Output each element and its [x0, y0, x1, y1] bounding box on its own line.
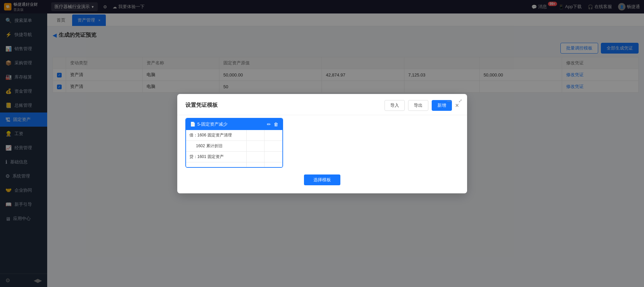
entry2-credit: [265, 141, 282, 151]
select-template-btn-area: 选择模板: [185, 174, 459, 185]
template-card-actions: ✏ 🗑: [267, 122, 278, 127]
entry4-debit: [247, 162, 265, 167]
template-entry-row: 1602 累计折旧: [186, 141, 282, 152]
entry1-debit: [247, 130, 265, 140]
template-card-body: 借：1606 固定资产清理 1602 累计折旧: [186, 130, 282, 167]
entry2-account: 1602 累计折旧: [186, 141, 247, 151]
edit-template-icon[interactable]: ✏: [267, 122, 271, 127]
template-title: 5-固定资产减少: [197, 121, 228, 127]
dialog: — ⤢ 设置凭证模板 导入 导出 新增 × 📄 5-固定资产减少: [177, 94, 467, 193]
entry1-account: 借：1606 固定资产清理: [186, 130, 247, 140]
entry1-credit: [265, 130, 282, 140]
template-entry-row: 借：1606 固定资产清理: [186, 130, 282, 141]
entry4-account: [186, 162, 247, 167]
dialog-title: 设置凭证模板: [185, 102, 218, 109]
entry4-credit: [265, 162, 282, 167]
template-doc-icon: 📄: [190, 122, 195, 127]
export-btn[interactable]: 导出: [408, 100, 428, 111]
template-entry-empty-row: [186, 162, 282, 167]
window-controls: — ⤢: [446, 97, 464, 105]
delete-template-icon[interactable]: 🗑: [274, 122, 278, 127]
maximize-btn[interactable]: ⤢: [456, 97, 464, 105]
minimize-btn[interactable]: —: [446, 97, 454, 105]
import-btn[interactable]: 导入: [385, 100, 405, 111]
dialog-body: 📄 5-固定资产减少 ✏ 🗑 借：1606 固定资产清理: [177, 115, 467, 193]
template-entry-row: 贷：1601 固定资产: [186, 152, 282, 162]
template-card: 📄 5-固定资产减少 ✏ 🗑 借：1606 固定资产清理: [185, 118, 283, 168]
dialog-overlay: — ⤢ 设置凭证模板 导入 导出 新增 × 📄 5-固定资产减少: [0, 0, 644, 287]
entry3-debit: [247, 152, 265, 162]
dialog-header: 设置凭证模板 导入 导出 新增 ×: [177, 94, 467, 115]
select-template-btn[interactable]: 选择模板: [304, 174, 340, 185]
entry3-account: 贷：1601 固定资产: [186, 152, 247, 162]
entry3-credit: [265, 152, 282, 162]
template-card-header: 📄 5-固定资产减少 ✏ 🗑: [186, 119, 282, 130]
template-header-left: 📄 5-固定资产减少: [190, 121, 228, 127]
entry2-debit: [247, 141, 265, 151]
